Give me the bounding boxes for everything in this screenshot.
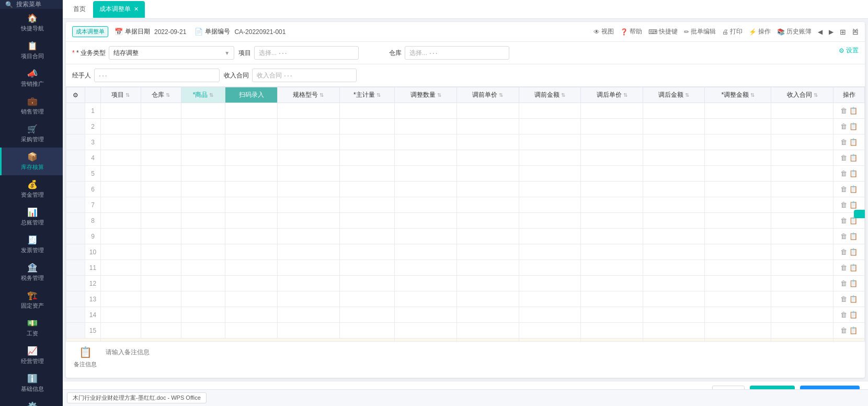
col-after-unit[interactable]: 调后单价 ⇅: [581, 87, 643, 103]
row-before-unit-15[interactable]: [456, 323, 519, 339]
row-warehouse-7[interactable]: [141, 197, 181, 213]
row-adj-amount-15[interactable]: [705, 323, 771, 339]
row-warehouse-13[interactable]: [141, 291, 181, 307]
row-before-amount-11[interactable]: [519, 260, 581, 276]
nav-next[interactable]: ▶: [829, 28, 833, 36]
row-income-15[interactable]: [771, 323, 833, 339]
row-after-unit-13[interactable]: [581, 291, 643, 307]
row-copy-15[interactable]: 📋: [849, 326, 858, 334]
row-settings-4[interactable]: [66, 150, 85, 166]
row-warehouse-1[interactable]: [141, 103, 181, 119]
row-before-amount-14[interactable]: [519, 307, 581, 323]
row-adj-amount-9[interactable]: [705, 229, 771, 244]
row-project-1[interactable]: [101, 103, 141, 119]
row-unit-14[interactable]: [339, 307, 395, 323]
sidebar-item-sales-promotion[interactable]: 📣营销推广: [0, 64, 63, 92]
taskbar-item-wps[interactable]: 木门行业好业财处理方案-墨红红.doc - WPS Office: [67, 392, 207, 403]
row-scan-9[interactable]: [225, 229, 277, 244]
row-unit-11[interactable]: [339, 260, 395, 276]
row-after-amount-13[interactable]: [643, 291, 705, 307]
col-adj-amount[interactable]: *调整金额 ⇅: [705, 87, 771, 103]
settings-action[interactable]: ⚙ 设置: [839, 46, 859, 55]
row-delete-13[interactable]: 🗑: [840, 295, 847, 303]
row-unit-2[interactable]: [339, 119, 395, 134]
col-goods[interactable]: *商品 ⇅: [181, 87, 225, 103]
row-before-amount-1[interactable]: [519, 103, 581, 119]
row-before-amount-10[interactable]: [519, 244, 581, 260]
row-project-14[interactable]: [101, 307, 141, 323]
row-after-unit-10[interactable]: [581, 244, 643, 260]
row-copy-7[interactable]: 📋: [849, 201, 858, 209]
tab-home[interactable]: 首页: [67, 1, 92, 18]
row-adj-amount-10[interactable]: [705, 244, 771, 260]
row-spec-3[interactable]: [277, 134, 339, 150]
row-copy-6[interactable]: 📋: [849, 185, 858, 193]
row-adj-qty-9[interactable]: [395, 229, 457, 244]
row-scan-4[interactable]: [225, 150, 277, 166]
row-before-unit-1[interactable]: [456, 103, 519, 119]
col-scan[interactable]: 扫码录入: [225, 87, 277, 103]
income-contract-input[interactable]: 收入合同 ···: [252, 69, 357, 82]
row-after-unit-11[interactable]: [581, 260, 643, 276]
col-income-contract[interactable]: 收入合同 ⇅: [771, 87, 833, 103]
row-project-10[interactable]: [101, 244, 141, 260]
col-settings[interactable]: ⚙: [66, 87, 85, 103]
col-before-amount[interactable]: 调前金额 ⇅: [519, 87, 581, 103]
row-settings-1[interactable]: [66, 103, 85, 119]
row-goods-7[interactable]: [181, 197, 225, 213]
row-project-9[interactable]: [101, 229, 141, 244]
tab-close-cost-adjustment[interactable]: ✕: [134, 6, 139, 13]
row-adj-qty-10[interactable]: [395, 244, 457, 260]
row-spec-14[interactable]: [277, 307, 339, 323]
row-warehouse-5[interactable]: [141, 166, 181, 182]
row-spec-6[interactable]: [277, 182, 339, 197]
row-project-5[interactable]: [101, 166, 141, 182]
row-settings-10[interactable]: [66, 244, 85, 260]
row-before-amount-5[interactable]: [519, 166, 581, 182]
row-scan-1[interactable]: [225, 103, 277, 119]
expand-view[interactable]: ⊞: [840, 28, 846, 36]
row-settings-5[interactable]: [66, 166, 85, 182]
row-before-unit-6[interactable]: [456, 182, 519, 197]
sidebar-item-capital-mgmt[interactable]: 💰资金管理: [0, 175, 63, 203]
row-delete-3[interactable]: 🗑: [840, 138, 847, 146]
row-adj-amount-7[interactable]: [705, 197, 771, 213]
row-before-amount-3[interactable]: [519, 134, 581, 150]
row-before-amount-13[interactable]: [519, 291, 581, 307]
row-project-7[interactable]: [101, 197, 141, 213]
row-scan-3[interactable]: [225, 134, 277, 150]
row-settings-13[interactable]: [66, 291, 85, 307]
row-warehouse-9[interactable]: [141, 229, 181, 244]
row-income-2[interactable]: [771, 119, 833, 134]
view-action[interactable]: 👁 视图: [593, 27, 614, 36]
col-unit[interactable]: *主计量 ⇅: [339, 87, 395, 103]
row-adj-amount-11[interactable]: [705, 260, 771, 276]
row-after-unit-14[interactable]: [581, 307, 643, 323]
sort-after-unit[interactable]: ⇅: [623, 92, 627, 98]
sidebar-item-sales-mgmt[interactable]: 💼销售管理: [0, 92, 63, 120]
nav-prev[interactable]: ◀: [818, 28, 823, 36]
biz-type-input[interactable]: 结存调整 ▼: [109, 46, 234, 60]
sidebar-item-ledger-mgmt[interactable]: 📊总账管理: [0, 203, 63, 231]
row-copy-13[interactable]: 📋: [849, 295, 858, 303]
row-adj-amount-2[interactable]: [705, 119, 771, 134]
row-spec-10[interactable]: [277, 244, 339, 260]
right-edge-expand[interactable]: 展开: [854, 210, 865, 218]
row-after-unit-4[interactable]: [581, 150, 643, 166]
row-income-13[interactable]: [771, 291, 833, 307]
row-spec-8[interactable]: [277, 213, 339, 229]
row-after-amount-6[interactable]: [643, 182, 705, 197]
row-income-4[interactable]: [771, 150, 833, 166]
row-before-amount-8[interactable]: [519, 213, 581, 229]
row-unit-8[interactable]: [339, 213, 395, 229]
row-delete-1[interactable]: 🗑: [840, 107, 847, 115]
row-income-12[interactable]: [771, 276, 833, 291]
row-copy-9[interactable]: 📋: [849, 232, 858, 240]
remarks-input[interactable]: [104, 346, 859, 372]
row-scan-15[interactable]: [225, 323, 277, 339]
row-goods-12[interactable]: [181, 276, 225, 291]
row-income-14[interactable]: [771, 307, 833, 323]
row-unit-1[interactable]: [339, 103, 395, 119]
row-before-unit-13[interactable]: [456, 291, 519, 307]
print-action[interactable]: 🖨 打印: [722, 27, 743, 36]
